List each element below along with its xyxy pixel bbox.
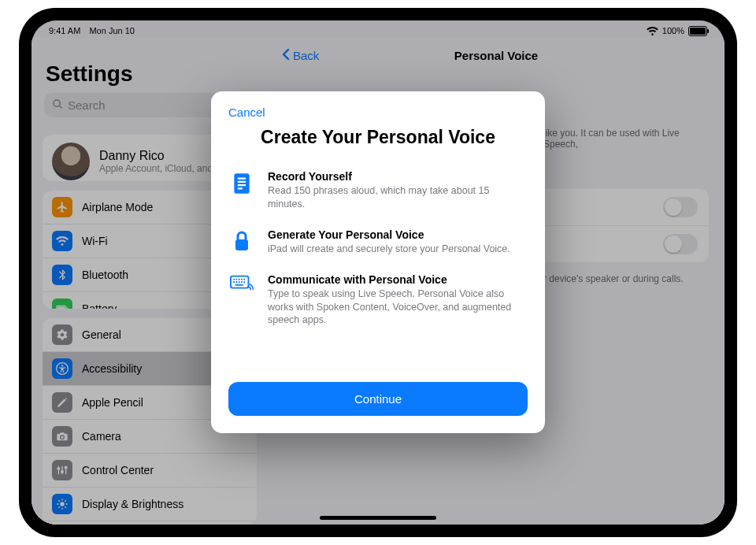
svg-point-33	[233, 278, 235, 280]
svg-rect-3	[67, 308, 68, 309]
accessibility-icon	[52, 358, 72, 379]
svg-point-41	[241, 281, 243, 283]
svg-point-0	[54, 100, 60, 106]
svg-point-36	[241, 278, 243, 280]
avatar	[52, 143, 90, 180]
airplane-icon	[52, 197, 72, 217]
sidebar-item-display-brightness[interactable]: Display & Brightness	[43, 488, 257, 521]
cancel-button[interactable]: Cancel	[228, 106, 528, 119]
modal-title: Create Your Personal Voice	[228, 127, 528, 148]
svg-rect-43	[235, 284, 243, 286]
content-header: Back Personal Voice	[268, 38, 724, 72]
feature-description: Type to speak using Live Speech. Persona…	[268, 287, 520, 328]
back-label: Back	[293, 49, 319, 62]
sidebar-item-label: Display & Brightness	[82, 498, 247, 510]
content-hint-fragment: r device's speaker or during calls.	[543, 273, 709, 284]
sidebar-title: Settings	[32, 54, 268, 93]
svg-rect-31	[235, 239, 248, 250]
wifi-icon	[52, 231, 72, 251]
svg-point-38	[233, 281, 235, 283]
control-center-icon	[52, 460, 72, 480]
keyboard-speak-icon	[228, 275, 255, 328]
sidebar-item-label: Control Center	[82, 464, 247, 476]
feature-description: iPad will create and securely store your…	[268, 243, 510, 256]
svg-line-20	[58, 506, 59, 507]
status-bar: 9:41 AM Mon Jun 10 100%	[32, 20, 724, 39]
feature-title: Record Yourself	[268, 170, 520, 183]
svg-line-18	[58, 500, 59, 501]
svg-point-40	[239, 281, 240, 283]
back-button[interactable]: Back	[282, 48, 319, 63]
status-time: 9:41 AM	[49, 26, 80, 35]
create-personal-voice-sheet: Cancel Create Your Personal Voice Record…	[211, 91, 545, 433]
feature-description: Read 150 phrases aloud, which may take a…	[268, 184, 520, 211]
toggle-switch-2[interactable]	[663, 234, 698, 254]
svg-rect-29	[238, 184, 246, 186]
wifi-icon	[647, 26, 658, 36]
svg-point-8	[57, 468, 60, 470]
status-date: Mon Jun 10	[89, 26, 134, 35]
svg-rect-30	[238, 187, 243, 189]
svg-point-39	[235, 281, 237, 283]
bluetooth-icon	[52, 265, 72, 285]
screen: 9:41 AM Mon Jun 10 100% Settings	[32, 20, 724, 525]
svg-rect-26	[234, 173, 249, 194]
svg-point-37	[243, 278, 245, 280]
svg-point-10	[61, 471, 64, 473]
battery-percentage: 100%	[662, 26, 684, 35]
ipad-device-frame: 9:41 AM Mon Jun 10 100% Settings	[19, 8, 737, 537]
document-icon	[228, 172, 255, 211]
feature-title: Communicate with Personal Voice	[268, 273, 520, 286]
search-placeholder: Search	[68, 98, 106, 112]
content-description-fragment: like you. It can be used with Live Speec…	[543, 128, 709, 150]
camera-icon	[52, 426, 72, 447]
svg-line-21	[65, 500, 65, 501]
svg-line-1	[59, 106, 61, 108]
svg-rect-27	[238, 178, 246, 180]
svg-rect-4	[57, 307, 65, 309]
continue-button[interactable]: Continue	[228, 382, 528, 416]
svg-point-13	[60, 502, 64, 506]
gear-icon	[52, 324, 72, 345]
brightness-icon	[52, 494, 72, 514]
search-icon	[52, 98, 63, 112]
feature-record-yourself: Record Yourself Read 150 phrases aloud, …	[228, 170, 528, 211]
svg-point-6	[61, 365, 63, 366]
svg-point-42	[243, 281, 245, 283]
svg-line-19	[65, 506, 65, 507]
battery-icon	[688, 26, 707, 36]
svg-point-12	[65, 466, 67, 469]
feature-communicate: Communicate with Personal Voice Type to …	[228, 273, 528, 328]
lock-icon	[228, 230, 255, 256]
feature-title: Generate Your Personal Voice	[268, 228, 510, 241]
sidebar-item-label: Wi-Fi	[82, 235, 206, 247]
sidebar-item-control-center[interactable]: Control Center	[43, 454, 257, 488]
chevron-left-icon	[282, 48, 290, 63]
svg-point-35	[239, 278, 240, 280]
sidebar-item-home-screen[interactable]: Home Screen & App Library	[43, 521, 257, 525]
battery-icon	[52, 298, 72, 308]
feature-generate-voice: Generate Your Personal Voice iPad will c…	[228, 228, 528, 256]
home-indicator[interactable]	[320, 516, 436, 520]
toggle-switch-1[interactable]	[663, 197, 698, 217]
pencil-icon	[52, 392, 72, 413]
content-title: Personal Voice	[268, 49, 724, 62]
svg-rect-28	[238, 181, 246, 183]
svg-point-34	[235, 278, 237, 280]
